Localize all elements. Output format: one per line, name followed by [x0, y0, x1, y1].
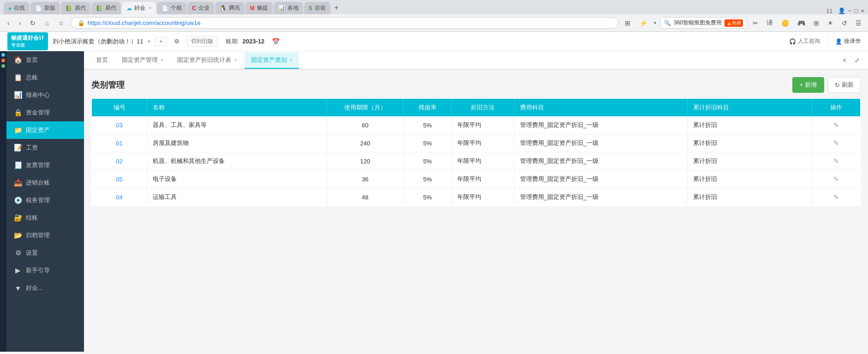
dropdown-icon: ▾: [148, 38, 150, 45]
funds-icon: 🔒: [14, 108, 22, 117]
edit-button-3[interactable]: ✎: [833, 175, 839, 183]
extension-button[interactable]: ⊞: [622, 18, 633, 29]
guide-icon: ▶: [14, 266, 22, 275]
home-button[interactable]: ⌂: [42, 18, 51, 29]
bookmark-button[interactable]: ☆: [55, 18, 67, 29]
window-profile-icon[interactable]: 👤: [838, 7, 845, 14]
add-button[interactable]: + 新增: [792, 77, 824, 93]
content-tab-home[interactable]: 首页: [90, 52, 114, 69]
calendar-icon[interactable]: 📅: [269, 36, 282, 47]
undo-icon[interactable]: ↺: [840, 18, 849, 29]
window-minimize-button[interactable]: −: [848, 7, 852, 14]
menu-icon[interactable]: ☰: [854, 18, 863, 29]
switch-version-button[interactable]: 切到旧版: [187, 36, 217, 47]
cell-op-3: ✎: [812, 170, 860, 188]
browser-tab-xinban-label: 新版: [44, 4, 55, 12]
browser-tab-gesui[interactable]: 📄 个税: [157, 2, 186, 14]
archive-icon: 📂: [14, 231, 22, 240]
sidebar-item-archive[interactable]: 📂 归档管理: [6, 227, 84, 244]
sidebar-item-more[interactable]: ▼ 好会...: [6, 279, 84, 297]
browser-tab-haohui-close[interactable]: ×: [149, 6, 151, 11]
window-close-button[interactable]: ×: [861, 7, 864, 14]
translate-icon[interactable]: 译: [765, 17, 775, 29]
tab-bar-right: × ⤢: [840, 55, 862, 66]
coin-icon[interactable]: 🪙: [779, 18, 791, 29]
edit-button-0[interactable]: ✎: [833, 121, 839, 129]
sidebar-item-close[interactable]: 🔐 结账: [6, 209, 84, 227]
browser-tab-haohui[interactable]: ☁ 好会 ×: [122, 2, 156, 14]
new-tab-button[interactable]: +: [331, 3, 342, 13]
sidebar-item-payroll[interactable]: 📝 工资: [6, 139, 84, 156]
app-wrapper: 畅捷通好会计 专业版 刘小艳演示账套（勿删勿动！）11 ▾ + ⚙ 切到旧版 账…: [0, 32, 868, 352]
sidebar-item-settings[interactable]: ⚙ 设置: [6, 244, 84, 262]
content-tab-category-close[interactable]: ×: [290, 57, 293, 63]
cell-expense-4: 管理费用_固定资产折旧_一级: [514, 188, 687, 206]
cell-method-3: 年限平均: [452, 170, 514, 188]
back-button[interactable]: ‹: [5, 18, 12, 29]
browser-tab-xinban[interactable]: 📄 新版: [30, 2, 60, 14]
sidebar-item-funds[interactable]: 🔒 资金管理: [6, 104, 84, 121]
sidebar-item-tax[interactable]: 💿 税务管理: [6, 192, 84, 209]
col-header-name: 名称: [147, 99, 327, 117]
edit-button-1[interactable]: ✎: [833, 139, 839, 147]
content-tab-fixed-mgmt-close[interactable]: ×: [161, 57, 163, 63]
content-tab-depreciation[interactable]: 固定资产折旧统计表 ×: [171, 52, 243, 69]
code-link-0[interactable]: 03: [116, 122, 122, 129]
browser-tab-zaixin[interactable]: ● 在线: [4, 2, 30, 14]
sidebar-item-purchase-sales-label: 进销台账: [26, 179, 50, 187]
content-tab-category[interactable]: 固定资产类别 ×: [245, 52, 299, 69]
browser-tab-tengxun[interactable]: 🐧 腾讯: [215, 2, 245, 14]
cell-months-1: 240: [327, 134, 403, 152]
sidebar-item-tax-label: 税务管理: [26, 196, 50, 204]
content-tab-fixed-mgmt[interactable]: 固定资产管理 ×: [115, 52, 170, 69]
browser-tab-muqian[interactable]: S 目前: [304, 2, 330, 14]
content-tab-depreciation-close[interactable]: ×: [234, 57, 237, 63]
cell-accumulated-4: 累计折旧: [687, 188, 812, 206]
sidebar-item-purchase-sales[interactable]: 📥 进销台账: [6, 174, 84, 192]
sidebar-item-reports[interactable]: 📊 报表中心: [6, 86, 84, 104]
address-text: https://cloud.chanjet.com/accounting/uw1…: [88, 19, 201, 26]
expand-button[interactable]: ⤢: [852, 55, 862, 66]
browser-tab-gedi[interactable]: 📊 各地: [274, 2, 303, 14]
game-icon[interactable]: 🎮: [796, 18, 807, 29]
dropdown-arrow-icon: ▾: [654, 20, 656, 25]
sidebar-item-guide[interactable]: ▶ 新手引导: [6, 262, 84, 279]
code-link-2[interactable]: 02: [116, 158, 122, 165]
address-bar[interactable]: 🔒 https://cloud.chanjet.com/accounting/u…: [71, 17, 618, 29]
refresh-button[interactable]: ↻: [27, 18, 38, 29]
sidebar-item-ledger[interactable]: 📋 总账: [6, 69, 84, 86]
refresh-data-button[interactable]: ↻ 刷新: [828, 77, 861, 93]
add-account-button[interactable]: +: [155, 37, 167, 46]
sidebar-item-invoices[interactable]: 🧾 发票管理: [6, 156, 84, 174]
close-tab-button[interactable]: ×: [840, 55, 849, 66]
browser-tab-qiye[interactable]: C 企业: [187, 2, 214, 14]
grid-icon[interactable]: ⊞: [812, 18, 821, 29]
cell-name-4: 运输工具: [147, 188, 327, 206]
logo-line1: 畅捷通好会计: [11, 35, 44, 41]
browser-tab-changti[interactable]: M 畅提: [245, 2, 273, 14]
search-area[interactable]: 🔍 360智能抠图免费用 🔥热搜: [660, 17, 747, 29]
cell-months-0: 60: [327, 116, 403, 134]
cell-method-0: 年限平均: [452, 116, 514, 134]
brightness-icon[interactable]: ☀: [826, 18, 835, 29]
code-link-4[interactable]: 04: [116, 194, 122, 201]
boost-button[interactable]: ⚡: [637, 18, 650, 29]
cell-code-4: 04: [92, 188, 147, 206]
sidebar-item-home[interactable]: 🏠 首页: [6, 51, 84, 69]
forward-button[interactable]: ›: [16, 18, 24, 29]
account-settings-button[interactable]: ⚙: [171, 36, 182, 47]
cell-expense-2: 管理费用_固定资产折旧_一级: [514, 152, 687, 170]
service-label: 人工咨询: [798, 37, 820, 45]
sidebar-item-guide-label: 新手引导: [26, 266, 50, 275]
code-link-3[interactable]: 05: [116, 176, 122, 183]
code-link-1[interactable]: 01: [116, 140, 122, 147]
browser-tab-yidai1[interactable]: 📗 易代: [61, 2, 90, 14]
cut-icon[interactable]: ✂: [751, 18, 760, 29]
sidebar-item-fixed-assets[interactable]: 📁 固定资产: [6, 121, 84, 139]
edit-button-2[interactable]: ✎: [833, 157, 839, 165]
service-button[interactable]: 🎧 人工咨询: [789, 37, 820, 45]
browser-tab-yidai2[interactable]: 📗 易代: [91, 2, 121, 14]
edit-button-4[interactable]: ✎: [833, 193, 839, 201]
cell-op-1: ✎: [812, 134, 860, 152]
window-restore-button[interactable]: □: [855, 7, 858, 14]
